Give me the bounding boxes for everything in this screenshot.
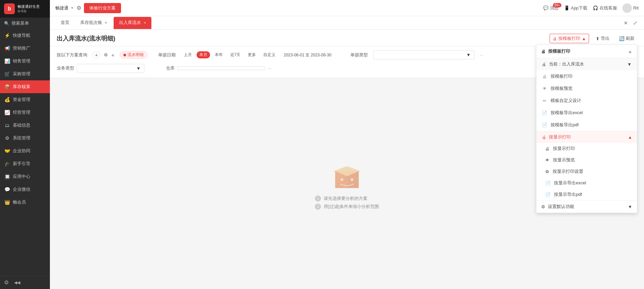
dropdown-item-display-pdf[interactable]: 📄 按显示导出pdf bbox=[536, 189, 637, 200]
filter-add-button[interactable]: + bbox=[93, 51, 100, 59]
dropdown-collapse-icon[interactable]: ▲ bbox=[628, 49, 632, 54]
empty-hint-1: 1 请先选择要分析的方案 bbox=[315, 195, 379, 202]
shortcut-icon: ⚡ bbox=[4, 32, 10, 38]
user-selector[interactable]: 畅捷通 ▼ bbox=[55, 5, 74, 11]
trial-button[interactable]: 体验行业方案 bbox=[84, 3, 121, 13]
doc-type-more-icon[interactable]: ··· bbox=[480, 52, 484, 57]
export-button[interactable]: ⬆ 导出 bbox=[593, 34, 612, 43]
message-icon: 💬 bbox=[543, 5, 549, 10]
display-section-chevron-icon: ▲ bbox=[628, 135, 632, 140]
date-btn-more[interactable]: 更多 bbox=[245, 51, 259, 59]
dropdown-item-template-preview[interactable]: 👁 按模板预览 bbox=[536, 82, 637, 95]
dropdown-print-icon: 🖨 bbox=[541, 49, 546, 54]
date-group: 上月 本月 本年 近7天 更多 自定义 bbox=[181, 51, 279, 59]
sidebar-menu: ⚡ 快捷导航 📢 营销推广 📊 销售管理 🛒 采购管理 📦 库存核算 💰 资金管… bbox=[0, 29, 50, 275]
sidebar-item-label: 新手引导 bbox=[13, 161, 30, 167]
date-btn-this-month[interactable]: 本月 bbox=[197, 51, 210, 58]
dropdown-item-template-excel[interactable]: 📄 按模板导出excel bbox=[536, 107, 637, 119]
sidebar-item-label: 采购管理 bbox=[13, 71, 30, 77]
window-close-icon[interactable]: ✕ bbox=[622, 20, 629, 26]
sidebar-item-inventory[interactable]: 📦 库存核算 bbox=[0, 80, 50, 93]
sidebar-item-shortcut[interactable]: ⚡ 快捷导航 bbox=[0, 29, 50, 42]
biz-type-select[interactable]: ▼ bbox=[77, 64, 144, 73]
date-btn-custom[interactable]: 自定义 bbox=[261, 51, 278, 59]
sidebar-item-wechat[interactable]: 💬 企业微信 bbox=[0, 183, 50, 196]
disp-excel-icon: 📄 bbox=[545, 181, 551, 186]
date-btn-7days[interactable]: 近7天 bbox=[228, 51, 243, 59]
sidebar-item-member[interactable]: 👑 畅会员 bbox=[0, 196, 50, 209]
hint-num-1: 1 bbox=[315, 195, 321, 202]
hint-text-2: 用[过滤]条件来缩小分析范围 bbox=[324, 204, 379, 210]
empty-state-icon bbox=[330, 158, 364, 191]
sidebar-item-label: 畅会员 bbox=[13, 199, 26, 205]
search-menu[interactable]: 🔍 搜索菜单 bbox=[0, 18, 50, 29]
empty-state: 1 请先选择要分析的方案 2 用[过滤]条件来缩小分析范围 bbox=[315, 158, 379, 210]
item-preview-icon: 👁 bbox=[542, 86, 547, 91]
date-btn-last-month[interactable]: 上月 bbox=[181, 51, 195, 59]
tab-flow-close-icon[interactable]: × bbox=[144, 21, 146, 25]
dropdown-item-display-excel[interactable]: 📄 按显示导出excel bbox=[536, 177, 637, 189]
collapse-icon[interactable]: ◀◀ bbox=[14, 280, 20, 285]
svg-point-5 bbox=[351, 178, 353, 181]
user-avatar-button[interactable]: Rit bbox=[622, 3, 639, 13]
refresh-button[interactable]: 🔄 刷新 bbox=[616, 34, 637, 43]
sidebar-item-operations[interactable]: 📈 经营管理 bbox=[0, 106, 50, 119]
dropdown-item-display-settings[interactable]: ⚙ 按显示打印设置 bbox=[536, 166, 637, 177]
topbar-left: 畅捷通 ▼ ⚙ 体验行业方案 bbox=[55, 3, 539, 13]
warehouse-field: 仓库 ··· bbox=[166, 65, 271, 71]
sidebar-item-purchase[interactable]: 🛒 采购管理 bbox=[0, 68, 50, 80]
dropdown-item-display-print[interactable]: 🖨 按显示打印 bbox=[536, 143, 637, 154]
filter-tag-flow[interactable]: 流水明细 bbox=[120, 51, 147, 59]
basic-icon: 🗂 bbox=[4, 122, 10, 128]
sidebar-item-basic[interactable]: 🗂 基础信息 bbox=[0, 119, 50, 132]
tab-batch[interactable]: 库存批次账 × bbox=[75, 17, 112, 29]
window-expand-icon[interactable]: ⤢ bbox=[632, 20, 639, 26]
message-button[interactable]: 💬 消息 99+ bbox=[543, 5, 559, 11]
set-default-button[interactable]: ⚙ 设置默认功能 ▼ bbox=[536, 201, 637, 213]
filter-collapse-icon[interactable]: « bbox=[112, 52, 114, 58]
sidebar-item-sales[interactable]: 📊 销售管理 bbox=[0, 55, 50, 68]
biz-type-chevron-icon: ▼ bbox=[136, 66, 141, 71]
doc-type-select[interactable]: ▼ bbox=[373, 50, 474, 59]
doc-type-chevron-icon: ▼ bbox=[466, 52, 471, 57]
tab-home[interactable]: 首页 bbox=[55, 17, 75, 29]
app-download-button[interactable]: 📱 App下载 bbox=[564, 5, 587, 11]
dropdown-current-item[interactable]: 🖨 当前：出入库流水 ▼ bbox=[536, 58, 637, 70]
sidebar-item-appstore[interactable]: 🔲 应用中心 bbox=[0, 170, 50, 183]
filter-tag-label: 流水明细 bbox=[127, 52, 144, 58]
dropdown-item-display-preview[interactable]: 👁 按显示预览 bbox=[536, 154, 637, 166]
sidebar-item-marketing[interactable]: 📢 营销推广 bbox=[0, 42, 50, 55]
sidebar-item-finance[interactable]: 💰 资金管理 bbox=[0, 93, 50, 106]
tab-batch-label: 库存批次账 bbox=[80, 20, 102, 26]
sidebar-item-system[interactable]: ⚙ 系统管理 bbox=[0, 132, 50, 144]
export-label: 导出 bbox=[601, 35, 610, 42]
dropdown-item-template-print[interactable]: 🖨 按模板打印 bbox=[536, 70, 637, 82]
tab-batch-close-icon[interactable]: × bbox=[105, 21, 107, 25]
topbar-gear-icon[interactable]: ⚙ bbox=[77, 5, 81, 11]
topbar: 畅捷通 ▼ ⚙ 体验行业方案 💬 消息 99+ 📱 App下载 🎧 在线客服 bbox=[50, 0, 644, 16]
footer-label: 设置默认功能 bbox=[548, 204, 574, 210]
warehouse-more-icon[interactable]: ··· bbox=[268, 66, 271, 71]
filter-gear-icon[interactable]: ⚙ bbox=[102, 51, 110, 59]
app-download-label: App下载 bbox=[571, 5, 587, 11]
dropdown-item-template-custom[interactable]: ✏ 模板自定义设计 bbox=[536, 95, 637, 107]
print-dropdown-panel: 🖨 按模板打印 ▲ 🖨 当前：出入库流水 ▼ 🖨 按模板打印 👁 bbox=[536, 45, 637, 213]
dropdown-item-template-pdf[interactable]: 📄 按模板导出pdf bbox=[536, 119, 637, 131]
print-button[interactable]: 🖨 按模板打印 ▲ bbox=[550, 34, 589, 43]
filter-scheme-label: 按以下方案查询 bbox=[57, 52, 87, 58]
online-service-button[interactable]: 🎧 在线客服 bbox=[593, 5, 617, 11]
page-header: 出入库流水(流水明细) 🖨 按模板打印 ▲ ⬆ 导出 🔄 刷新 bbox=[50, 30, 644, 46]
item-label: 按模板导出pdf bbox=[551, 122, 579, 128]
operations-icon: 📈 bbox=[4, 109, 10, 115]
warehouse-input[interactable] bbox=[177, 66, 265, 70]
service-icon: 🎧 bbox=[593, 5, 598, 10]
system-icon: ⚙ bbox=[4, 135, 10, 141]
sidebar-item-label: 快捷导航 bbox=[13, 32, 30, 38]
display-section-header[interactable]: 🖨 按显示打印 ▲ bbox=[536, 131, 637, 143]
date-btn-this-year[interactable]: 本年 bbox=[212, 51, 226, 59]
sidebar-item-label: 系统管理 bbox=[13, 135, 30, 141]
sidebar-item-cooperation[interactable]: 🤝 企业协同 bbox=[0, 144, 50, 157]
tab-flow[interactable]: 出入库流水 × bbox=[114, 17, 151, 29]
settings-icon[interactable]: ⚙ bbox=[4, 279, 9, 286]
sidebar-item-guide[interactable]: 🎓 新手引导 bbox=[0, 157, 50, 170]
